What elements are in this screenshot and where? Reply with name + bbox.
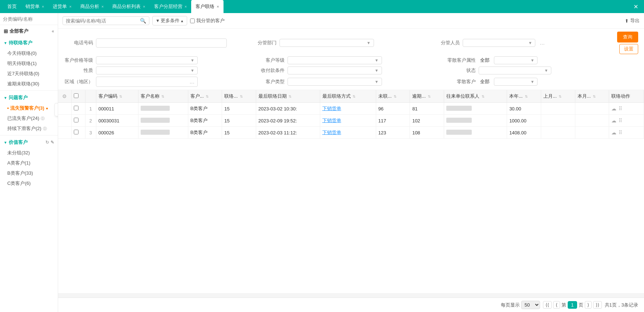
contact-way-link-0[interactable]: 下销货单 <box>322 106 341 111</box>
group-arrow-pending: ▼ <box>4 41 7 45</box>
my-customers-checkbox[interactable] <box>190 19 195 23</box>
sidebar-item-churn-warning[interactable]: 流失预警客户(3) ● <box>0 103 58 113</box>
th-last-contact-way[interactable]: 最后联络方式 ⇅ <box>320 90 376 103</box>
th-name[interactable]: 客户名称 ⇅ <box>138 90 188 103</box>
more-conditions-btn[interactable]: ▼ 更多条件 ▲ <box>152 16 187 25</box>
filter-payment-select[interactable]: ▼ <box>287 66 382 74</box>
search-input[interactable] <box>66 18 138 24</box>
action-more-icon-0[interactable]: ⠿ <box>619 106 622 112</box>
th-settings[interactable]: ⚙ <box>58 90 71 103</box>
th-checkbox[interactable] <box>71 90 85 103</box>
horizontal-scrollbar[interactable] <box>58 293 644 297</box>
next-page-btn[interactable]: ⟩ <box>585 301 592 309</box>
filter-zero-attr-select[interactable]: ▼ <box>494 56 538 64</box>
tab-customer-tier[interactable]: 客户分层经营 × <box>150 0 191 13</box>
filter-area-select[interactable]: ... <box>96 77 198 87</box>
th-this-month[interactable]: 本月... ⇅ <box>575 90 609 103</box>
td-last-contact-way-0[interactable]: 下销货单 <box>320 103 376 115</box>
my-customers-check[interactable]: 我分管的客户 <box>190 17 225 24</box>
sidebar-item-declining[interactable]: 持续下滑客户(2) ⓪ <box>0 123 58 134</box>
th-last-contact-date[interactable]: 最后联络日期 ⇅ <box>256 90 320 103</box>
sidebar-item-tomorrow[interactable]: 明天待联络(1) <box>0 58 58 69</box>
th-code[interactable]: 客户编码 ⇅ <box>96 90 138 103</box>
action-more-icon-2[interactable]: ⠿ <box>619 130 622 135</box>
contact-way-link-2[interactable]: 下销货单 <box>322 130 341 135</box>
action-contact-icon-1[interactable]: ☁ <box>611 118 616 123</box>
last-page-btn[interactable]: ⟩⟩ <box>593 301 602 309</box>
per-page-select[interactable]: 50 100 200 <box>521 301 540 309</box>
gear-icon[interactable]: ⚙ <box>62 93 67 99</box>
filter-customer-type-label: 客户类型 <box>255 78 285 85</box>
tab-analysis-close[interactable]: × <box>101 4 104 9</box>
action-more-icon-1[interactable]: ⠿ <box>619 118 622 123</box>
sidebar-item-today[interactable]: 今天待联络(0) <box>0 48 58 58</box>
tab-sales-close[interactable]: × <box>42 4 44 9</box>
row-checkbox-2[interactable] <box>74 130 79 134</box>
filter-customer-type-select[interactable]: ▼ <box>287 78 382 86</box>
filter-person-select[interactable]: ▼ <box>463 39 535 47</box>
sidebar-group-pending[interactable]: ▼ 待联络客户 <box>0 37 58 48</box>
tab-analysis-list-close[interactable]: × <box>143 4 145 9</box>
prev-page-btn[interactable]: ⟨ <box>553 301 560 309</box>
window-close-button[interactable]: ✕ <box>631 2 641 12</box>
row-checkbox-0[interactable] <box>74 106 79 110</box>
tab-customer-contact[interactable]: 客户联络 × <box>191 0 223 13</box>
sidebar-item-churned[interactable]: 已流失客户(24) ⓪ <box>0 113 58 123</box>
action-contact-icon-2[interactable]: ☁ <box>611 130 616 135</box>
select-all-checkbox[interactable] <box>74 93 79 98</box>
settings-button[interactable]: 设置 <box>619 44 638 54</box>
sidebar-item-a-class[interactable]: A类客户(1) <box>0 158 58 168</box>
filter-status-select[interactable]: ▼ <box>479 66 551 74</box>
td-last-contact-way-2[interactable]: 下销货单 <box>320 127 376 139</box>
value-refresh-icon[interactable]: ↻ <box>45 140 49 145</box>
export-btn[interactable]: ⬆ 导出 <box>625 17 640 24</box>
query-button[interactable]: 查询 <box>617 32 638 42</box>
th-last-month[interactable]: 上月... ⇅ <box>541 90 575 103</box>
filter-price-grade-select[interactable]: ▼ <box>96 56 198 64</box>
sidebar-item-ungrouped[interactable]: 未分组(32) <box>0 148 58 158</box>
th-overdue[interactable]: 逾期... ⇅ <box>410 90 444 103</box>
filter-dept-select[interactable]: ▼ <box>279 39 374 47</box>
filter-person-dots[interactable]: ... <box>540 40 544 46</box>
td-checkbox-1[interactable] <box>71 115 85 127</box>
search-submit-icon[interactable]: 🔍 <box>140 18 146 24</box>
tab-customer-contact-close[interactable]: × <box>217 4 219 9</box>
sidebar-item-c-class[interactable]: C类客户(6) <box>0 178 58 189</box>
row-checkbox-1[interactable] <box>74 118 79 122</box>
th-this-year[interactable]: 本年... ⇅ <box>507 90 541 103</box>
tab-sales[interactable]: 销货单 × <box>21 0 48 13</box>
tab-purchase-close[interactable]: × <box>69 4 71 9</box>
th-unit-contact[interactable]: 往来单位联系人 ⇅ <box>444 90 507 103</box>
tab-home[interactable]: 首页 <box>3 0 21 13</box>
sidebar-group-problem[interactable]: ▼ 问题客户 <box>0 92 58 103</box>
action-contact-icon-0[interactable]: ☁ <box>611 106 616 112</box>
contact-way-link-1[interactable]: 下销货单 <box>322 118 341 123</box>
first-page-btn[interactable]: ⟨⟨ <box>543 301 552 309</box>
td-checkbox-2[interactable] <box>71 127 85 139</box>
filter-area-dots[interactable]: ... <box>190 78 194 85</box>
tab-analysis[interactable]: 商品分析 × <box>76 0 108 13</box>
td-last-contact-way-1[interactable]: 下销货单 <box>320 115 376 127</box>
filter-gender-select[interactable]: ▼ <box>96 66 198 74</box>
sidebar-group-value[interactable]: ▼ 价值客户 ↻ ✎ <box>0 137 58 148</box>
customer-table: ⚙ 客户编码 ⇅ 客户名称 ⇅ <box>58 90 644 139</box>
th-no-contact[interactable]: 未联... ⇅ <box>376 90 410 103</box>
filter-phone-input[interactable] <box>96 39 227 48</box>
tab-customer-tier-close[interactable]: × <box>185 4 187 9</box>
sidebar-all-customers[interactable]: ⊞ 全部客户 « <box>0 25 58 37</box>
sidebar-collapse-btn[interactable]: « <box>52 29 54 34</box>
th-contact[interactable]: 联络... ⇅ <box>222 90 256 103</box>
th-type[interactable]: 客户... ⇅ <box>188 90 222 103</box>
churn-tooltip: 90天未交易的客户，可能有流失风险。 <box>55 103 58 116</box>
tab-analysis-list[interactable]: 商品分析列表 × <box>108 0 149 13</box>
value-edit-icon[interactable]: ✎ <box>51 140 54 145</box>
filter-zero-customer-select[interactable]: ▼ <box>494 78 538 86</box>
sidebar-item-7days[interactable]: 近7天待联络(0) <box>0 69 58 79</box>
filter-zero-customer: 零散客户 全部 ▼ <box>447 78 638 86</box>
sidebar-item-overdue[interactable]: 逾期未联络(30) <box>0 79 58 89</box>
tab-purchase[interactable]: 进货单 × <box>48 0 76 13</box>
td-checkbox-0[interactable] <box>71 103 85 115</box>
filter-grade-select[interactable]: ▼ <box>287 56 382 64</box>
sidebar-item-b-class[interactable]: B类客户(33) <box>0 168 58 178</box>
sidebar-search-input[interactable] <box>3 16 58 22</box>
